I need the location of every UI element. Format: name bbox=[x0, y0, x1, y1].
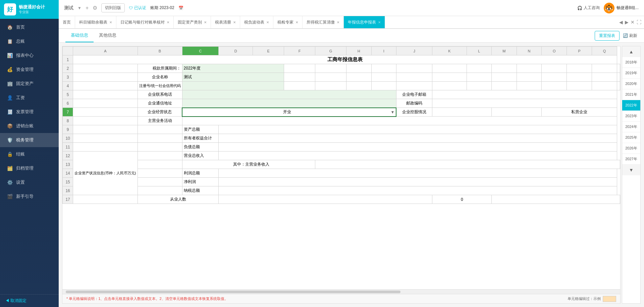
cell-16-c[interactable]: 纳税总额 bbox=[182, 186, 219, 195]
cell-17-l[interactable] bbox=[492, 195, 620, 204]
cell-2-p[interactable] bbox=[592, 64, 617, 73]
tab-annual[interactable]: 年报信息申报表 ✕ bbox=[344, 16, 385, 28]
sidebar-item-guide[interactable]: 🎬 新手引导 bbox=[0, 189, 59, 204]
cell-16-b[interactable] bbox=[138, 186, 182, 195]
tab-expand-button[interactable]: ⛶ bbox=[637, 19, 641, 25]
col-header-n[interactable]: N bbox=[517, 47, 542, 55]
cell-7-b[interactable]: 企业经营状态 bbox=[138, 108, 182, 117]
cell-4-n[interactable] bbox=[542, 82, 567, 90]
tab-journal[interactable]: 日记账与银行对账单核对 ✕ bbox=[116, 16, 174, 28]
dropdown-arrow-icon[interactable]: ▼ bbox=[390, 110, 394, 115]
tab-home[interactable]: 首页 bbox=[59, 16, 75, 28]
sidebar-item-salary[interactable]: 👤 工资 bbox=[0, 91, 59, 105]
cell-7-c-dropdown[interactable]: 开业 ▼ bbox=[182, 108, 396, 117]
tab-tax-expert[interactable]: 税检专家 ✕ bbox=[273, 16, 303, 28]
cell-3-h[interactable] bbox=[371, 73, 396, 82]
col-header-g[interactable]: G bbox=[315, 47, 346, 55]
col-header-e[interactable]: E bbox=[253, 47, 284, 55]
cell-8-b[interactable]: 主营业务活动 bbox=[138, 117, 182, 125]
cell-3-c[interactable]: 测试 bbox=[182, 73, 284, 82]
cell-2-l[interactable] bbox=[492, 64, 517, 73]
tab-tax-wave[interactable]: 税负波动表 ✕ bbox=[240, 16, 273, 28]
sidebar-item-archive[interactable]: 🗂️ 归档管理 bbox=[0, 161, 59, 175]
cell-12-b[interactable] bbox=[138, 151, 182, 160]
cell-10-a[interactable] bbox=[73, 134, 138, 143]
cell-10-c[interactable]: 所有者权益合计 bbox=[182, 134, 219, 143]
cell-15-b[interactable] bbox=[138, 178, 182, 186]
cell-2-k[interactable] bbox=[467, 64, 492, 73]
year-item-2022[interactable]: 2022年 bbox=[622, 100, 640, 111]
spreadsheet-scroll[interactable]: A B C D E F G H I J K L bbox=[62, 46, 620, 289]
cell-6-j[interactable]: 邮政编码 bbox=[396, 99, 432, 108]
horizontal-scrollbar[interactable] bbox=[62, 289, 620, 294]
cell-10-d[interactable] bbox=[219, 134, 617, 143]
cell-4-e[interactable] bbox=[284, 82, 315, 90]
year-item-2024[interactable]: 2024年 bbox=[622, 122, 640, 132]
cell-3-p[interactable] bbox=[592, 73, 617, 82]
year-nav-down-button[interactable]: ▼ bbox=[622, 165, 640, 175]
cell-3-l[interactable] bbox=[492, 73, 517, 82]
col-header-m[interactable]: M bbox=[492, 47, 517, 55]
cell-3-k[interactable] bbox=[467, 73, 492, 82]
col-header-a[interactable]: A bbox=[73, 47, 138, 55]
cell-2-m[interactable] bbox=[517, 64, 542, 73]
topbar-support-button[interactable]: 🎧 人工咨询 bbox=[577, 5, 600, 11]
tab-journal-close[interactable]: ✕ bbox=[167, 20, 169, 24]
tab-fixed-asset[interactable]: 固定资产类别 ✕ bbox=[174, 16, 211, 28]
cell-10-b[interactable] bbox=[138, 134, 182, 143]
cell-17-d[interactable] bbox=[219, 195, 432, 204]
cell-9-c[interactable]: 资产总额 bbox=[182, 125, 219, 134]
cell-3-m[interactable] bbox=[517, 73, 542, 82]
cell-5-k[interactable] bbox=[432, 90, 617, 99]
cell-3-a[interactable] bbox=[73, 73, 138, 82]
cell-3-o[interactable] bbox=[567, 73, 592, 82]
cell-9-b[interactable] bbox=[138, 125, 182, 134]
tab-next-button[interactable]: ▶ bbox=[625, 19, 629, 25]
col-header-j[interactable]: J bbox=[396, 47, 432, 55]
cell-1-title[interactable]: 工商年报信息表 bbox=[73, 55, 617, 64]
sidebar-item-close[interactable]: 🔒 结账 bbox=[0, 147, 59, 161]
sidebar-item-home[interactable]: 🏠 首页 bbox=[0, 20, 59, 34]
sidebar-item-fund[interactable]: 💰 资金管理 bbox=[0, 62, 59, 77]
col-header-b[interactable]: B bbox=[138, 47, 182, 55]
col-header-c[interactable]: C bbox=[182, 47, 219, 55]
old-version-button[interactable]: 切到旧版 bbox=[101, 3, 125, 12]
sidebar-item-fixed[interactable]: 🏢 固定资产 bbox=[0, 77, 59, 91]
cell-3-e[interactable] bbox=[284, 73, 315, 82]
year-item-2020[interactable]: 2020年 bbox=[622, 79, 640, 89]
sidebar-item-settings[interactable]: ⚙️ 设置 bbox=[0, 175, 59, 189]
cell-4-h[interactable] bbox=[371, 82, 396, 90]
cell-9-a[interactable] bbox=[73, 125, 138, 134]
cell-2-f[interactable] bbox=[315, 64, 346, 73]
year-item-2019[interactable]: 2019年 bbox=[622, 68, 640, 79]
sidebar-item-stock[interactable]: 📦 进销台账 bbox=[0, 119, 59, 133]
tab-tax-form-close[interactable]: ✕ bbox=[233, 20, 236, 24]
cell-8-c[interactable] bbox=[182, 117, 617, 125]
sidebar-item-tax[interactable]: 🛡️ 税务管理 bbox=[0, 133, 59, 147]
cell-12-a-merged[interactable]: 企业资产状况信息(币种：人民币万元) bbox=[73, 151, 138, 195]
topbar-settings-button[interactable]: ⚙ bbox=[93, 5, 97, 11]
cell-6-k[interactable] bbox=[432, 99, 617, 108]
cell-2-h[interactable] bbox=[371, 64, 396, 73]
cell-4-f[interactable] bbox=[315, 82, 346, 90]
year-item-2021[interactable]: 2021年 bbox=[622, 89, 640, 100]
col-header-d[interactable]: D bbox=[219, 47, 253, 55]
tab-fixed-asset-close[interactable]: ✕ bbox=[204, 20, 207, 24]
cell-7-j[interactable]: 企业控股情况 bbox=[396, 108, 432, 117]
cell-12-c[interactable]: 营业总收入 bbox=[182, 151, 219, 160]
cell-4-i[interactable] bbox=[396, 82, 432, 90]
cell-5-c[interactable] bbox=[182, 90, 396, 99]
cell-2-i[interactable] bbox=[396, 64, 432, 73]
cell-7-k[interactable] bbox=[432, 108, 492, 117]
calendar-icon[interactable]: 📅 bbox=[178, 6, 183, 10]
topbar-user[interactable]: 🐯 畅捷通B组... bbox=[604, 3, 639, 13]
cell-2-g[interactable] bbox=[346, 64, 371, 73]
col-header-l[interactable]: L bbox=[467, 47, 492, 55]
cell-5-a[interactable] bbox=[73, 90, 138, 99]
cell-13-b[interactable] bbox=[138, 160, 182, 169]
cell-2-n[interactable] bbox=[542, 64, 567, 73]
year-item-2025[interactable]: 2025年 bbox=[622, 132, 640, 143]
cell-2-o[interactable] bbox=[567, 64, 592, 73]
cell-4-a[interactable] bbox=[73, 82, 138, 90]
sidebar-item-ledger[interactable]: 📋 总账 bbox=[0, 34, 59, 48]
